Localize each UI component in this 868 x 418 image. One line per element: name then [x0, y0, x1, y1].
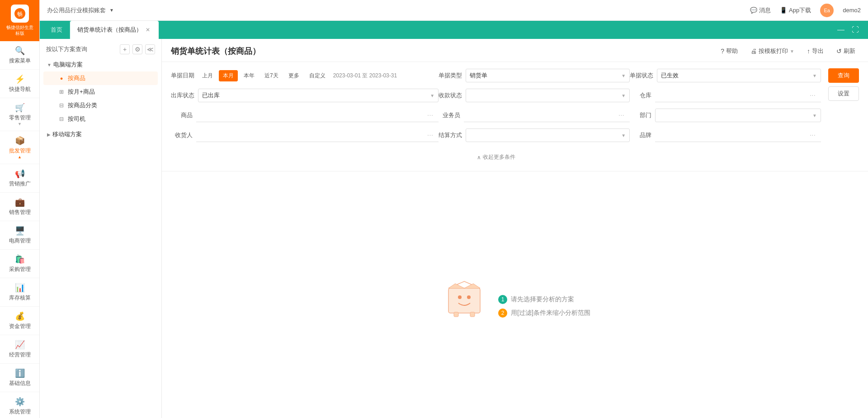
panel-actions: + ⚙ ≪ [120, 44, 155, 54]
date-btn-this-year[interactable]: 本年 [240, 70, 259, 81]
brand-label: 品牌 [630, 131, 655, 139]
product-select[interactable]: ··· [196, 109, 439, 122]
tip-num-2: 2 [498, 309, 507, 318]
salesperson-select[interactable]: ··· [464, 109, 630, 122]
minimize-icon[interactable]: — [835, 24, 846, 36]
filter-row-4: 收货人 ··· 结算方式 ▼ [171, 128, 821, 142]
sidebar-item-marketing[interactable]: 📢 营销推广 [0, 164, 39, 193]
warehouse-label: 仓库 [630, 91, 655, 100]
tree-arrow-mobile: ▶ [47, 132, 51, 137]
product-dots[interactable]: ··· [425, 111, 435, 119]
sidebar: 畅 畅捷信好生意 标版 🔍 搜索菜单 ⚡ 快捷导航 🛒 零售管理 ▼ 📦 批发管… [0, 0, 40, 418]
tree-child-by-machine[interactable]: ⊟ 按司机 [43, 112, 158, 126]
empty-tip-1: 1 请先选择要分析的方案 [498, 295, 590, 304]
date-btn-last-month[interactable]: 上月 [198, 70, 217, 81]
svg-rect-7 [470, 312, 475, 317]
template-print-btn[interactable]: 🖨 按模板打印 ▼ [747, 45, 798, 57]
sidebar-item-operations[interactable]: 📈 经营管理 [0, 335, 39, 364]
app-subtitle: 标版 [15, 30, 24, 37]
user-name[interactable]: demo2 [843, 7, 861, 14]
tree-child-by-month-product[interactable]: ⊞ 按月+商品 [43, 85, 158, 99]
date-btn-custom[interactable]: 自定义 [305, 70, 330, 81]
sidebar-item-inventory[interactable]: 📊 库存核算 [0, 278, 39, 307]
date-btn-more[interactable]: 更多 [284, 70, 303, 81]
tab-close-btn[interactable]: ✕ [145, 27, 151, 33]
warehouse-select[interactable]: ··· [655, 89, 821, 102]
help-btn[interactable]: ? 帮助 [717, 45, 741, 57]
docstatus-select[interactable]: 已生效 ▼ [657, 69, 821, 82]
sidebar-item-purchase[interactable]: 🛍️ 采购管理 [0, 250, 39, 278]
tree-child-by-product[interactable]: ● 按商品 [43, 71, 158, 85]
outstatus-label: 出库状态 [171, 91, 198, 100]
logo-icon: 畅 [11, 5, 29, 23]
sidebar-item-wholesale[interactable]: 📦 批发管理 ▲ [0, 131, 39, 164]
filter-brand: 品牌 ··· [630, 128, 821, 142]
payment-arrow: ▼ [621, 133, 626, 138]
filter-salesperson: 业务员 ··· [439, 108, 630, 123]
action-buttons: 查询 设置 [828, 68, 859, 101]
tab-home[interactable]: 首页 [43, 21, 70, 39]
help-icon: ? [721, 48, 724, 55]
doctype-select[interactable]: 销货单 ▼ [466, 69, 630, 82]
message-btn[interactable]: 💬 消息 [750, 6, 771, 14]
avatar[interactable]: Ea [820, 4, 834, 17]
tree-parent-desktop[interactable]: ▼ 电脑端方案 [43, 58, 158, 71]
sidebar-item-basic[interactable]: ℹ️ 基础信息 [0, 364, 39, 392]
payment-select[interactable]: ▼ [466, 128, 630, 142]
by-machine-icon: ⊟ [58, 115, 65, 123]
header-title-area: 办公用品行业模拟账套 ▼ [47, 6, 114, 14]
search-icon: 🔍 [15, 46, 25, 56]
tab-report[interactable]: 销货单统计表（按商品） ✕ [70, 21, 159, 39]
add-scheme-btn[interactable]: + [120, 44, 130, 54]
tree-child-by-category[interactable]: ⊟ 按商品分类 [43, 99, 158, 112]
sidebar-item-sales[interactable]: 💼 销售管理 [0, 193, 39, 221]
warehouse-dots[interactable]: ··· [808, 91, 817, 100]
receiptstatus-arrow: ▼ [621, 93, 626, 98]
finance-icon: 💰 [15, 311, 25, 321]
by-month-icon: ⊞ [58, 88, 65, 95]
empty-tip-2: 2 用[过滤]条件来缩小分析范围 [498, 309, 590, 318]
salesperson-dots[interactable]: ··· [617, 111, 626, 119]
sidebar-item-retail[interactable]: 🛒 零售管理 ▼ [0, 98, 39, 131]
refresh-btn[interactable]: ↺ 刷新 [833, 45, 859, 57]
export-btn[interactable]: ↑ 导出 [803, 45, 827, 57]
page-title-bar: 销货单统计表（按商品） ? 帮助 🖨 按模板打印 ▼ ↑ 导出 [162, 39, 868, 62]
receiver-select[interactable]: ··· [196, 128, 439, 142]
empty-tips: 1 请先选择要分析的方案 2 用[过滤]条件来缩小分析范围 [498, 295, 590, 318]
query-btn[interactable]: 查询 [828, 68, 859, 83]
svg-point-5 [467, 295, 471, 299]
nav-icon: ⚡ [15, 74, 25, 84]
download-icon: 📱 [780, 7, 787, 14]
tip-num-1: 1 [498, 295, 507, 304]
doctype-label: 单据类型 [439, 71, 466, 80]
settings-btn[interactable]: 设置 [828, 86, 859, 101]
tree-parent-mobile[interactable]: ▶ 移动端方案 [43, 128, 158, 141]
department-select[interactable]: ▼ [655, 109, 821, 122]
account-title: 办公用品行业模拟账套 [47, 6, 106, 14]
outstatus-select[interactable]: 已出库 ▼ [198, 89, 439, 102]
date-btn-7days[interactable]: 近7天 [260, 70, 283, 81]
sidebar-item-system[interactable]: ⚙️ 系统管理 [0, 392, 39, 418]
sidebar-quick-nav[interactable]: ⚡ 快捷导航 [0, 70, 39, 98]
maximize-icon[interactable]: ⛶ [850, 24, 861, 36]
filter-date: 单据日期 上月 本月 本年 [171, 68, 439, 83]
receiptstatus-select[interactable]: ▼ [466, 89, 630, 102]
brand-select[interactable]: ··· [655, 128, 821, 142]
doctype-arrow: ▼ [621, 73, 626, 78]
date-btn-this-month[interactable]: 本月 [219, 70, 238, 81]
filter-row-1: 单据日期 上月 本月 本年 [171, 68, 821, 83]
ecommerce-icon: 🖥️ [15, 226, 25, 236]
collapse-btn[interactable]: ∧ 收起更多条件 [472, 152, 521, 163]
docstatus-label: 单据状态 [630, 71, 657, 80]
receiver-dots[interactable]: ··· [425, 131, 435, 139]
sidebar-item-finance[interactable]: 💰 资金管理 [0, 307, 39, 335]
sidebar-item-ecommerce[interactable]: 🖥️ 电商管理 [0, 221, 39, 250]
print-dropdown-icon[interactable]: ▼ [790, 49, 794, 54]
collapse-panel-btn[interactable]: ≪ [145, 44, 155, 54]
sidebar-search[interactable]: 🔍 搜索菜单 [0, 41, 39, 70]
account-dropdown-arrow[interactable]: ▼ [109, 8, 114, 13]
app-name: 畅捷信好生意 [6, 24, 33, 30]
app-download-btn[interactable]: 📱 App下载 [780, 6, 811, 14]
settings-scheme-btn[interactable]: ⚙ [132, 44, 142, 54]
brand-dots[interactable]: ··· [808, 131, 817, 139]
